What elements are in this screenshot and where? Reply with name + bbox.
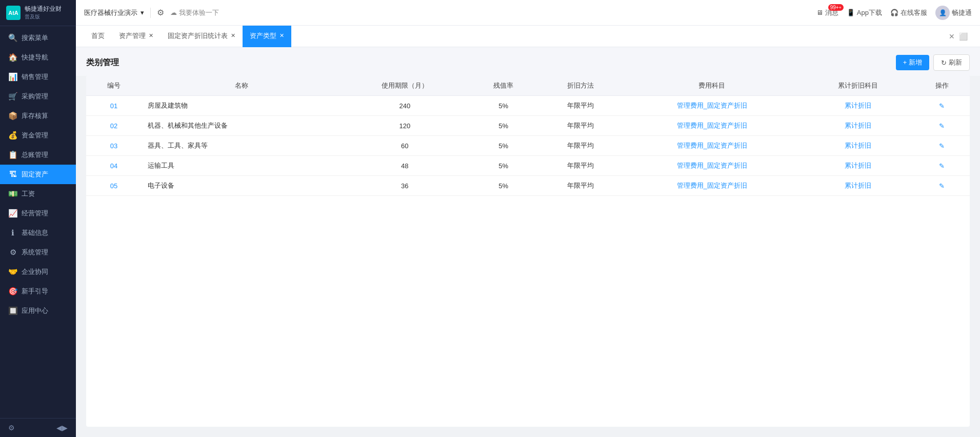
sidebar-item-ledger[interactable]: 📋 总账管理 xyxy=(0,145,76,165)
avatar: 👤 xyxy=(935,6,950,20)
sidebar-item-guide[interactable]: 🎯 新手引导 xyxy=(0,282,76,301)
tab-label: 资产管理 xyxy=(119,31,146,41)
sidebar-item-search[interactable]: 🔍 搜索菜单 xyxy=(0,28,76,48)
settings-icon[interactable]: ⚙ xyxy=(8,424,15,432)
sidebar-item-inventory[interactable]: 📦 库存核算 xyxy=(0,106,76,126)
purchase-icon: 🛒 xyxy=(8,92,17,101)
tab-close-icon[interactable]: ✕ xyxy=(149,32,153,39)
row-period: 36 xyxy=(341,176,469,196)
tab-label: 固定资产折旧统计表 xyxy=(168,31,228,41)
sidebar-nav: 🔍 搜索菜单 🏠 快捷导航 📊 销售管理 🛒 采购管理 📦 库存核算 💰 资金管… xyxy=(0,26,76,418)
fixed-icon: 🏗 xyxy=(8,170,17,179)
row-action[interactable]: ✎ xyxy=(914,156,970,176)
sidebar-footer: ⚙ ◀▶ xyxy=(0,418,76,437)
row-name: 机器、机械和其他生产设备 xyxy=(142,116,341,136)
sidebar-item-ops[interactable]: 📈 经营管理 xyxy=(0,204,76,223)
notifications-badge: 99++ xyxy=(828,4,844,11)
sidebar-item-label: 搜索菜单 xyxy=(22,33,48,43)
table-column-header: 折旧方法 xyxy=(538,76,623,96)
row-method: 年限平均 xyxy=(538,96,623,116)
content-area: 类别管理 + 新增 ↻ 刷新 编号名称使用期限（月）残值率折旧方法费用科目累计折… xyxy=(76,47,980,437)
tab-close-icon[interactable]: ✕ xyxy=(279,32,284,39)
download-icon: 📱 xyxy=(847,9,855,16)
row-code: 02 xyxy=(86,116,142,136)
sidebar-item-system[interactable]: ⚙ 系统管理 xyxy=(0,243,76,262)
row-residual: 5% xyxy=(469,116,538,136)
system-icon: ⚙ xyxy=(8,248,17,257)
row-method: 年限平均 xyxy=(538,176,623,196)
row-action[interactable]: ✎ xyxy=(914,96,970,116)
sidebar-item-label: 应用中心 xyxy=(22,306,48,315)
sidebar-item-fixed[interactable]: 🏗 固定资产 xyxy=(0,165,76,184)
row-method: 年限平均 xyxy=(538,116,623,136)
user-menu[interactable]: 👤 畅捷通 xyxy=(935,6,972,20)
row-accumulated: 累计折旧 xyxy=(801,136,914,156)
row-code: 04 xyxy=(86,156,142,176)
topbar-divider xyxy=(150,8,151,18)
sidebar-item-label: 快捷导航 xyxy=(22,53,48,62)
app-download-button[interactable]: 📱 App下载 xyxy=(847,8,882,17)
close-window-icon[interactable]: ✕ xyxy=(949,32,955,41)
row-period: 120 xyxy=(341,116,469,136)
notifications-button[interactable]: 🖥 消息 99++ xyxy=(816,8,838,17)
tab-首页[interactable]: 首页 xyxy=(84,26,112,47)
sidebar-item-label: 固定资产 xyxy=(22,170,48,179)
table-container: 编号名称使用期限（月）残值率折旧方法费用科目累计折旧科目操作 01 房屋及建筑物… xyxy=(86,76,970,427)
expand-window-icon[interactable]: ⬜ xyxy=(959,32,968,41)
row-expense: 管理费用_固定资产折旧 xyxy=(623,136,801,156)
row-action[interactable]: ✎ xyxy=(914,176,970,196)
sidebar-item-capital[interactable]: 💰 资金管理 xyxy=(0,126,76,145)
tab-固定资产折旧统计表[interactable]: 固定资产折旧统计表✕ xyxy=(161,26,243,47)
experience-label: 我要体验一下 xyxy=(179,8,219,17)
sidebar-item-label: 经营管理 xyxy=(22,209,48,218)
app-logo-icon: AtA xyxy=(6,6,21,20)
table-column-header: 费用科目 xyxy=(623,76,801,96)
topbar-settings-icon[interactable]: ⚙ xyxy=(157,8,164,17)
row-action[interactable]: ✎ xyxy=(914,116,970,136)
tab-资产类型[interactable]: 资产类型✕ xyxy=(243,26,291,47)
table-row: 04 运输工具 48 5% 年限平均 管理费用_固定资产折旧 累计折旧 ✎ xyxy=(86,156,970,176)
row-residual: 5% xyxy=(469,156,538,176)
row-action[interactable]: ✎ xyxy=(914,136,970,156)
customer-service-label: 在线客服 xyxy=(901,8,927,17)
bell-icon: 🖥 xyxy=(816,9,823,16)
search-icon: 🔍 xyxy=(8,33,17,43)
collapse-icon[interactable]: ◀▶ xyxy=(56,424,68,432)
sidebar-item-collab[interactable]: 🤝 企业协同 xyxy=(0,262,76,282)
row-expense: 管理费用_固定资产折旧 xyxy=(623,116,801,136)
app-version: 普及版 xyxy=(25,13,62,21)
guide-icon: 🎯 xyxy=(8,287,17,296)
sidebar-item-salary[interactable]: 💵 工资 xyxy=(0,184,76,204)
headset-icon: 🎧 xyxy=(890,9,898,16)
sidebar-item-sales[interactable]: 📊 销售管理 xyxy=(0,67,76,87)
basic-icon: ℹ xyxy=(8,228,17,237)
customer-service-button[interactable]: 🎧 在线客服 xyxy=(890,8,927,17)
table-row: 05 电子设备 36 5% 年限平均 管理费用_固定资产折旧 累计折旧 ✎ xyxy=(86,176,970,196)
collab-icon: 🤝 xyxy=(8,267,17,276)
sidebar-item-basic[interactable]: ℹ 基础信息 xyxy=(0,223,76,243)
sidebar-item-quicknav[interactable]: 🏠 快捷导航 xyxy=(0,48,76,67)
row-period: 240 xyxy=(341,96,469,116)
row-accumulated: 累计折旧 xyxy=(801,156,914,176)
apps-icon: 🔲 xyxy=(8,306,17,315)
tab-资产管理[interactable]: 资产管理✕ xyxy=(112,26,161,47)
sales-icon: 📊 xyxy=(8,72,17,82)
sidebar-item-purchase[interactable]: 🛒 采购管理 xyxy=(0,87,76,106)
experience-icon: ☁ xyxy=(170,9,177,16)
row-code: 01 xyxy=(86,96,142,116)
refresh-button[interactable]: ↻ 刷新 xyxy=(933,54,970,71)
topbar-right: 🖥 消息 99++ 📱 App下载 🎧 在线客服 👤 畅捷通 xyxy=(816,6,972,20)
row-period: 48 xyxy=(341,156,469,176)
row-residual: 5% xyxy=(469,136,538,156)
experience-button[interactable]: ☁ 我要体验一下 xyxy=(170,8,219,17)
window-controls: ✕ ⬜ xyxy=(949,32,972,41)
ledger-icon: 📋 xyxy=(8,150,17,160)
table-row: 01 房屋及建筑物 240 5% 年限平均 管理费用_固定资产折旧 累计折旧 ✎ xyxy=(86,96,970,116)
new-button[interactable]: + 新增 xyxy=(896,55,929,70)
sidebar-item-apps[interactable]: 🔲 应用中心 xyxy=(0,301,76,321)
row-residual: 5% xyxy=(469,96,538,116)
tab-close-icon[interactable]: ✕ xyxy=(231,32,235,39)
user-name: 畅捷通 xyxy=(952,8,972,17)
row-period: 60 xyxy=(341,136,469,156)
module-selector[interactable]: 医疗器械行业演示 ▾ xyxy=(84,8,144,17)
